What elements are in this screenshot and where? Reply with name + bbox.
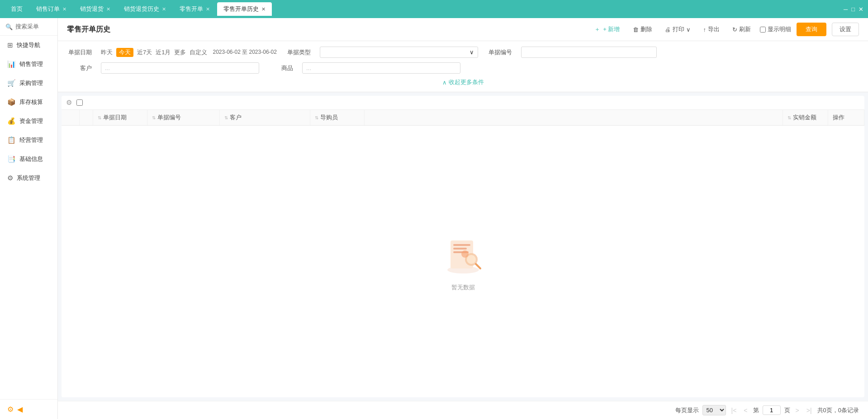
sidebar-item-operation[interactable]: 📋 经营管理 bbox=[0, 131, 57, 150]
tab-home[interactable]: 首页 bbox=[5, 2, 29, 16]
add-button[interactable]: ＋ + 新增 bbox=[591, 24, 623, 35]
tab-sales-order-close[interactable]: ✕ bbox=[62, 6, 66, 12]
search-icon: 🔍 bbox=[5, 24, 13, 30]
refresh-button[interactable]: ↻ 刷新 bbox=[729, 24, 754, 35]
th-customer-sort-icon[interactable]: ⇅ bbox=[224, 115, 228, 120]
th-customer: ⇅ 客户 bbox=[220, 110, 310, 125]
sidebar-search[interactable]: 🔍 搜索采单 bbox=[0, 18, 57, 36]
svg-point-8 bbox=[461, 250, 469, 258]
date-today[interactable]: 今天 bbox=[116, 48, 133, 57]
tab-sales-order[interactable]: 销售订单 ✕ bbox=[30, 2, 73, 16]
operation-icon: 📋 bbox=[7, 136, 16, 144]
tab-retail-open[interactable]: 零售开单 ✕ bbox=[173, 2, 216, 16]
date-1month[interactable]: 近1月 bbox=[156, 48, 171, 56]
collapse-btn-text: 收起更多条件 bbox=[449, 78, 484, 86]
customer-value: ... bbox=[105, 65, 110, 71]
th-checkbox bbox=[80, 110, 93, 125]
tab-sales-return-history[interactable]: 销货退货历史 ✕ bbox=[118, 2, 172, 16]
select-all-checkbox[interactable] bbox=[76, 99, 83, 106]
sidebar-item-purchase[interactable]: 🛒 采购管理 bbox=[0, 74, 57, 93]
sidebar-item-quick-nav-label: 快捷导航 bbox=[17, 41, 40, 49]
sidebar-item-sales[interactable]: 📊 销售管理 bbox=[0, 55, 57, 74]
sales-icon: 📊 bbox=[7, 60, 16, 68]
sidebar-item-quick-nav[interactable]: ⊞ 快捷导航 bbox=[0, 36, 57, 55]
date-more[interactable]: 更多 bbox=[174, 48, 186, 56]
date-custom[interactable]: 自定义 bbox=[190, 48, 207, 56]
customer-label: 客户 bbox=[67, 64, 92, 72]
page-title: 零售开单历史 bbox=[67, 25, 110, 34]
goods-select[interactable]: ... bbox=[302, 62, 460, 74]
page-header: 零售开单历史 ＋ + 新增 🗑 删除 🖨 打印 ∨ ↑ 导出 bbox=[58, 18, 868, 41]
filter-row-1: 单据日期 昨天 今天 近7天 近1月 更多 自定义 2023-06-02 至 2… bbox=[67, 47, 859, 58]
prev-page-btn[interactable]: < bbox=[742, 406, 749, 415]
bill-type-label: 单据类型 bbox=[286, 48, 311, 56]
tab-sales-return[interactable]: 销货退货 ✕ bbox=[74, 2, 117, 16]
sidebar-item-basic-info-label: 基础信息 bbox=[19, 155, 43, 163]
show-detail-checkbox[interactable] bbox=[760, 27, 766, 33]
minimize-btn[interactable]: ─ bbox=[844, 6, 848, 13]
export-button[interactable]: ↑ 导出 bbox=[700, 24, 724, 35]
add-icon: ＋ bbox=[594, 25, 600, 33]
collapse-button[interactable]: ∧ 收起更多条件 bbox=[442, 78, 484, 86]
tab-retail-history-label: 零售开单历史 bbox=[223, 5, 259, 13]
window-controls: ─ □ ✕ bbox=[844, 6, 863, 13]
sidebar-item-purchase-label: 采购管理 bbox=[19, 79, 43, 87]
sidebar-item-system[interactable]: ⚙ 系统管理 bbox=[0, 169, 57, 188]
content-area: 零售开单历史 ＋ + 新增 🗑 删除 🖨 打印 ∨ ↑ 导出 bbox=[58, 18, 868, 419]
th-amount-sort-icon[interactable]: ⇅ bbox=[787, 115, 791, 120]
svg-point-6 bbox=[467, 255, 476, 264]
th-date-sort-icon[interactable]: ⇅ bbox=[98, 115, 101, 120]
maximize-btn[interactable]: □ bbox=[851, 6, 855, 13]
collapse-sidebar-icon[interactable]: ◀ bbox=[17, 405, 23, 414]
tab-retail-open-label: 零售开单 bbox=[180, 5, 203, 13]
date-yesterday[interactable]: 昨天 bbox=[101, 48, 113, 56]
svg-line-7 bbox=[476, 264, 480, 268]
page-suffix-label: 页 bbox=[784, 406, 790, 414]
th-guide-sort-icon[interactable]: ⇅ bbox=[315, 115, 318, 120]
settings-bottom-icon[interactable]: ⚙ bbox=[7, 405, 14, 414]
bill-type-chevron-icon: ∨ bbox=[470, 49, 474, 56]
tab-bar: 首页 销售订单 ✕ 销货退货 ✕ 销货退货历史 ✕ 零售开单 ✕ 零售开单历史 … bbox=[0, 0, 868, 18]
collapse-row: ∧ 收起更多条件 bbox=[67, 78, 859, 86]
setting-button[interactable]: 设置 bbox=[832, 23, 859, 36]
tab-sales-return-close[interactable]: ✕ bbox=[106, 6, 110, 12]
refresh-icon: ↻ bbox=[732, 26, 737, 33]
tab-retail-history[interactable]: 零售开单历史 ✕ bbox=[217, 2, 272, 16]
delete-icon: 🗑 bbox=[633, 26, 639, 33]
page-input[interactable] bbox=[763, 405, 781, 415]
next-page-btn[interactable]: > bbox=[794, 406, 801, 415]
sidebar-item-finance-label: 资金管理 bbox=[19, 117, 43, 125]
delete-button[interactable]: 🗑 删除 bbox=[629, 24, 656, 35]
customer-select[interactable]: ... bbox=[101, 62, 259, 74]
show-detail-text: 显示明细 bbox=[768, 25, 791, 33]
date-7days[interactable]: 近7天 bbox=[137, 48, 152, 56]
tab-retail-open-close[interactable]: ✕ bbox=[206, 6, 210, 12]
sidebar-item-basic-info[interactable]: 📑 基础信息 bbox=[0, 150, 57, 169]
tab-sales-return-label: 销货退货 bbox=[80, 5, 104, 13]
per-page-label: 每页显示 bbox=[675, 406, 699, 414]
sidebar-item-inventory[interactable]: 📦 库存核算 bbox=[0, 93, 57, 112]
empty-illustration bbox=[441, 231, 486, 278]
per-page-select[interactable]: 50 10 20 100 bbox=[702, 405, 726, 415]
bill-type-select[interactable]: ∨ bbox=[320, 47, 478, 58]
th-bill-no-sort-icon[interactable]: ⇅ bbox=[152, 115, 156, 120]
sidebar-item-operation-label: 经营管理 bbox=[19, 136, 43, 144]
close-btn[interactable]: ✕ bbox=[859, 6, 863, 13]
last-page-btn[interactable]: >| bbox=[805, 406, 814, 415]
tab-sales-return-history-close[interactable]: ✕ bbox=[162, 6, 166, 12]
first-page-btn[interactable]: |< bbox=[730, 406, 739, 415]
page-prefix-label: 第 bbox=[753, 406, 759, 414]
svg-rect-2 bbox=[453, 244, 470, 246]
page-total: 共0页，0条记录 bbox=[817, 406, 859, 414]
sidebar-item-finance[interactable]: 💰 资金管理 bbox=[0, 112, 57, 131]
main-layout: 🔍 搜索采单 ⊞ 快捷导航 📊 销售管理 🛒 采购管理 📦 库存核算 💰 资金管… bbox=[0, 18, 868, 419]
pagination: 每页显示 50 10 20 100 |< < 第 页 > >| 共0页，0条记录 bbox=[58, 401, 868, 419]
date-options: 昨天 今天 近7天 近1月 更多 自定义 2023-06-02 至 2023-0… bbox=[101, 48, 277, 57]
query-button[interactable]: 查询 bbox=[797, 23, 826, 36]
table-settings-icon[interactable]: ⚙ bbox=[66, 99, 72, 107]
bill-no-input[interactable] bbox=[521, 47, 657, 58]
purchase-icon: 🛒 bbox=[7, 79, 16, 87]
print-button[interactable]: 🖨 打印 ∨ bbox=[661, 24, 694, 35]
sidebar: 🔍 搜索采单 ⊞ 快捷导航 📊 销售管理 🛒 采购管理 📦 库存核算 💰 资金管… bbox=[0, 18, 58, 419]
tab-retail-history-close[interactable]: ✕ bbox=[261, 6, 266, 12]
